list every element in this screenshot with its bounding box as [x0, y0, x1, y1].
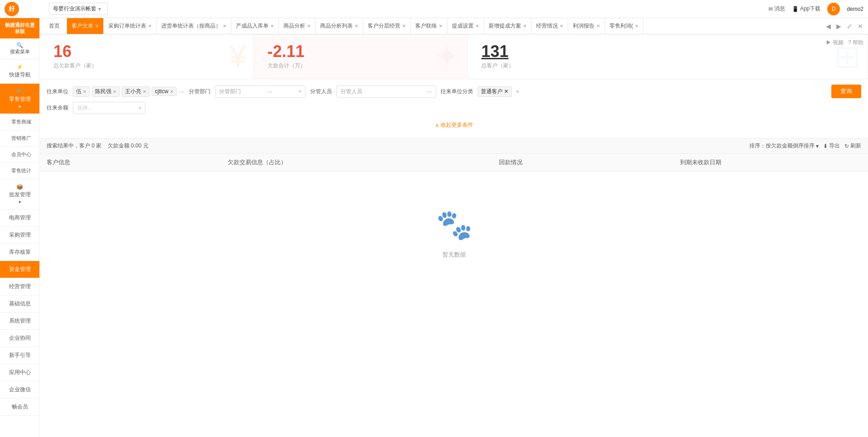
- help-button[interactable]: ? 帮助: [848, 39, 863, 47]
- export-icon: ⬇: [823, 143, 828, 149]
- tab-operations[interactable]: 经营情况 ✕: [532, 18, 568, 34]
- tab-retail-profit[interactable]: 零售利润( ✕: [605, 18, 643, 34]
- tab-profit-report[interactable]: 利润报告 ✕: [568, 18, 605, 34]
- sidebar-item-app-center[interactable]: 应用中心: [0, 364, 39, 381]
- chevron-down-icon: ▾: [98, 6, 101, 12]
- tab-customer-debt[interactable]: 客户欠本 ✕: [67, 18, 104, 34]
- person-select[interactable]: 分管人员 ···: [336, 86, 436, 98]
- sidebar-item-vip[interactable]: 畅会员: [0, 399, 39, 416]
- tab-next-icon[interactable]: ▶: [834, 23, 844, 30]
- filter-row-2: 往来余额 选择... ▾: [47, 102, 861, 114]
- sidebar-item-search[interactable]: 🔍 搜索菜单: [0, 38, 39, 59]
- sidebar-item-new-guide[interactable]: 新手引导: [0, 347, 39, 364]
- close-icon-4[interactable]: ✕: [270, 24, 274, 28]
- tab-customer-contact-label: 客户联络: [415, 22, 437, 30]
- export-button[interactable]: ⬇ 导出: [823, 142, 840, 150]
- sidebar-item-system[interactable]: 系统管理: [0, 313, 39, 330]
- more-tags-button[interactable]: ···: [179, 88, 184, 95]
- tab-maximize-icon[interactable]: ⤢: [844, 23, 855, 30]
- tab-promotion-settings[interactable]: 提成设置 ✕: [447, 18, 484, 34]
- balance-select[interactable]: 选择... ▾: [73, 102, 145, 114]
- sidebar-logo: 畅捷通好生意标版: [0, 18, 39, 38]
- top-bar: 好 母婴行业演示帐套 ▾ ✉ 消息 📱 App下载 D demo2: [0, 0, 868, 18]
- tab-close-all-icon[interactable]: ✕: [855, 23, 866, 30]
- department-placeholder: 分管部门: [219, 88, 241, 95]
- sidebar-item-ecommerce[interactable]: 电商管理: [0, 209, 39, 227]
- message-button[interactable]: ✉ 消息: [768, 5, 785, 13]
- top-bar-right: ✉ 消息 📱 App下载 D demo2: [768, 3, 863, 15]
- sidebar-item-basic-info[interactable]: 基础信息: [0, 295, 39, 313]
- close-icon-5[interactable]: ✕: [307, 24, 311, 28]
- filter-tag-cjttcw-label: cjttcw: [155, 88, 168, 95]
- filter-tag-wang-label: 王小亮: [125, 88, 141, 95]
- close-icon-10[interactable]: ✕: [523, 24, 527, 28]
- tab-purchase-order[interactable]: 采购订单统计表 ✕: [104, 18, 157, 34]
- collapse-button[interactable]: ∧ 收起更多条件: [431, 119, 478, 131]
- sidebar-item-operations[interactable]: 经营管理: [0, 278, 39, 295]
- col-repayment: 回款情况: [499, 158, 680, 166]
- sidebar-item-marketing[interactable]: 营销推广: [0, 130, 39, 147]
- results-count-unit: 家: [96, 142, 101, 149]
- sidebar: 畅捷通好生意标版 🔍 搜索菜单 ⚡ 快捷导航 🛒 零售管理 ▾ 零售商城 营销推…: [0, 18, 40, 437]
- video-help-button[interactable]: ▶ 视频: [826, 39, 844, 47]
- sidebar-marketing-label: 营销推广: [11, 135, 31, 142]
- sidebar-item-enterprise-collab[interactable]: 企业协同: [0, 330, 39, 347]
- sidebar-basic-info-label: 基础信息: [9, 300, 31, 308]
- tab-customer-layer[interactable]: 客户分层经营 ✕: [363, 18, 411, 34]
- close-icon-8[interactable]: ✕: [439, 24, 442, 28]
- tab-new-promotion[interactable]: 新增提成方案 ✕: [484, 18, 532, 34]
- sidebar-item-member[interactable]: 会员中心: [0, 147, 39, 163]
- tab-customer-contact[interactable]: 客户联络 ✕: [411, 18, 447, 34]
- filter-tag-wang: 王小亮 ✕: [122, 86, 149, 97]
- tab-home[interactable]: 首页: [42, 18, 67, 34]
- close-icon[interactable]: ✕: [95, 24, 99, 28]
- close-icon-12[interactable]: ✕: [596, 24, 600, 28]
- sort-select[interactable]: 排序：按欠款金额倒序排序 ▾: [749, 142, 819, 150]
- tab-product-in[interactable]: 产成品入库单 ✕: [231, 18, 279, 34]
- username-label[interactable]: demo2: [847, 6, 863, 12]
- refresh-button[interactable]: ↻ 刷新: [844, 142, 861, 150]
- sidebar-item-retail[interactable]: 🛒 零售管理 ▾: [0, 84, 39, 114]
- app-download-button[interactable]: 📱 App下载: [792, 5, 820, 13]
- tab-goods-analysis-list[interactable]: 商品分析列表 ✕: [316, 18, 363, 34]
- unit-type-filter-label: 往来单位分类: [441, 88, 473, 95]
- sidebar-item-retail-stats[interactable]: 零售统计: [0, 163, 39, 179]
- stat-total-customers: ⊞ 131 总客户（家）: [468, 34, 868, 79]
- close-icon-11[interactable]: ✕: [560, 24, 563, 28]
- sidebar-item-purchase[interactable]: 采购管理: [0, 227, 39, 244]
- stat-total-debt: ✦ -2.11 欠款合计（万）: [254, 34, 468, 79]
- close-icon-13[interactable]: ✕: [635, 24, 638, 28]
- close-icon-7[interactable]: ✕: [402, 24, 406, 28]
- tab-prev-icon[interactable]: ◀: [823, 23, 834, 30]
- filter-tag-wang-remove[interactable]: ✕: [143, 89, 146, 94]
- filter-tag-wu-remove[interactable]: ✕: [83, 89, 86, 94]
- results-prefix: 搜索结果中，客户: [47, 142, 90, 149]
- close-icon-6[interactable]: ✕: [355, 24, 358, 28]
- account-selector[interactable]: 母婴行业演示帐套 ▾: [49, 3, 108, 15]
- top-bar-logo: 好: [5, 2, 44, 16]
- filter-tag-chen-remove[interactable]: ✕: [113, 89, 116, 94]
- sidebar-item-wholesale[interactable]: 📦 批发管理 ▾: [0, 179, 39, 209]
- sidebar-inventory-label: 库存核算: [9, 248, 31, 256]
- filter-tag-cjttcw-remove[interactable]: ✕: [170, 89, 173, 94]
- close-icon-2[interactable]: ✕: [148, 24, 152, 28]
- sidebar-ecommerce-label: 电商管理: [9, 214, 31, 222]
- tab-goods-analysis[interactable]: 商品分析 ✕: [279, 18, 316, 34]
- stat-number-3: 131: [481, 43, 854, 60]
- close-icon-9[interactable]: ✕: [475, 24, 479, 28]
- filter-tag-normal-customer-remove[interactable]: ✕: [504, 88, 508, 95]
- department-select[interactable]: 分管部门 ··· ▾: [215, 86, 306, 98]
- sidebar-item-enterprise-wechat[interactable]: 企业微信: [0, 381, 39, 399]
- query-button[interactable]: 查询: [831, 85, 861, 98]
- sidebar-enterprise-wechat-label: 企业微信: [9, 386, 31, 394]
- sidebar-item-finance[interactable]: 资金管理: [0, 261, 39, 278]
- sidebar-item-quick-nav[interactable]: ⚡ 快捷导航: [0, 59, 39, 84]
- unit-type-filter-tags: 普通客户 ✕ ▾: [478, 86, 519, 97]
- close-icon-3[interactable]: ✕: [223, 24, 226, 28]
- sidebar-item-retail-shop[interactable]: 零售商城: [0, 114, 39, 130]
- sidebar-purchase-label: 采购管理: [9, 231, 31, 239]
- sidebar-item-inventory[interactable]: 库存核算: [0, 244, 39, 261]
- tab-import-stats[interactable]: 进货单统计表（按商品） ✕: [157, 18, 231, 34]
- tab-import-stats-label: 进货单统计表（按商品）: [161, 22, 221, 30]
- unit-filter-tags: 伍 ✕ 陈民强 ✕ 王小亮 ✕: [73, 86, 184, 97]
